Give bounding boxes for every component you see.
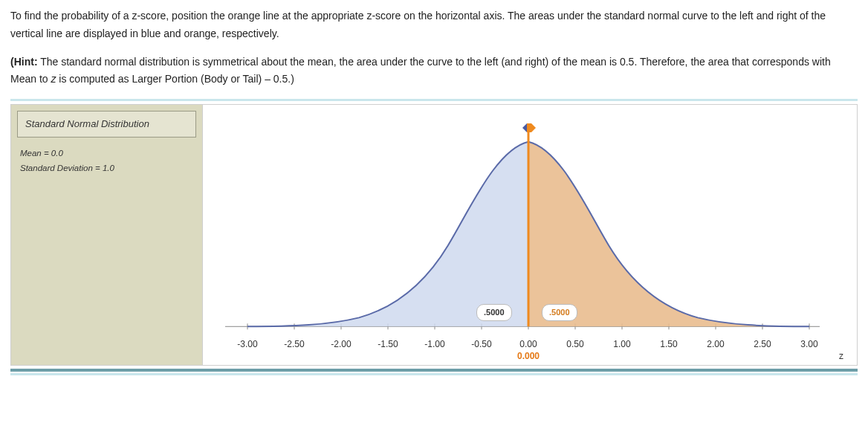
- tick-label: 2.00: [707, 337, 724, 352]
- tick-label: 2.50: [754, 337, 771, 352]
- instructions-p1: To find the probability of a z-score, po…: [10, 7, 858, 43]
- chart-side-panel: Standard Normal Distribution Mean = 0.0 …: [11, 105, 203, 365]
- tick-label: 1.50: [660, 337, 677, 352]
- sd-label: Standard Deviation = 1.0: [20, 161, 193, 176]
- tick-label: 1.00: [613, 337, 630, 352]
- tick-label: -1.50: [378, 337, 398, 352]
- instructions-block: To find the probability of a z-score, po…: [10, 7, 858, 88]
- tick-label: -2.50: [284, 337, 304, 352]
- tick-label: -3.00: [237, 337, 257, 352]
- divider-top: [10, 99, 858, 101]
- tick-label: 0.50: [566, 337, 583, 352]
- tick-label: -0.50: [471, 337, 491, 352]
- svg-rect-16: [527, 123, 531, 132]
- left-area-fill: [247, 142, 528, 327]
- normal-curve-svg: [203, 105, 857, 365]
- tick-label: -1.00: [424, 337, 444, 352]
- slider-handle-icon: [522, 121, 536, 135]
- instructions-p2: (Hint: The standard normal distribution …: [10, 54, 858, 89]
- mean-label: Mean = 0.0: [20, 146, 193, 161]
- plot-area: .5000 .5000 -3.00 -2.50 -2.00 -1.50 -1.0…: [203, 105, 857, 365]
- z-axis-label: z: [839, 349, 843, 363]
- divider-bottom-light: [10, 373, 858, 375]
- svg-marker-14: [522, 123, 527, 132]
- chart-title: Standard Normal Distribution: [17, 111, 196, 138]
- hint-label: (Hint:: [10, 56, 38, 68]
- chart-stats: Mean = 0.0 Standard Deviation = 1.0: [11, 143, 202, 175]
- hint-tail: is computed as Larger Portion (Body or T…: [56, 73, 294, 85]
- divider-bottom-dark: [10, 369, 858, 372]
- z-value-readout: 0.000: [517, 349, 540, 363]
- tick-label: 3.00: [800, 337, 817, 352]
- left-area-label: .5000: [476, 304, 512, 321]
- z-slider-handle[interactable]: [522, 121, 536, 135]
- right-area-fill: [528, 142, 809, 327]
- svg-marker-15: [531, 123, 536, 132]
- chart-container: Standard Normal Distribution Mean = 0.0 …: [10, 104, 858, 366]
- right-area-label: .5000: [542, 304, 577, 321]
- tick-label: -2.00: [331, 337, 351, 352]
